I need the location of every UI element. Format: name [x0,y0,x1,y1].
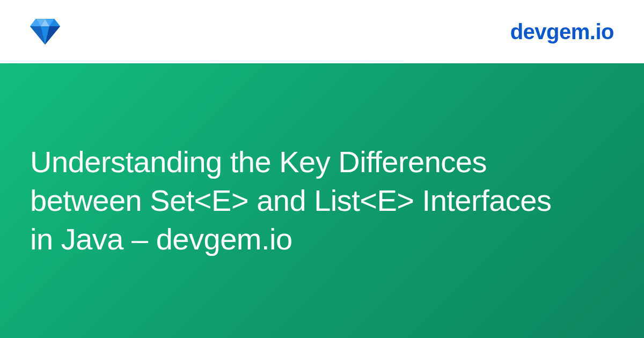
gem-icon [30,17,60,47]
hero-banner: Understanding the Key Differences betwee… [0,63,644,338]
header: devgem.io [0,0,644,63]
brand-name: devgem.io [510,20,614,44]
page-title: Understanding the Key Differences betwee… [30,143,567,258]
